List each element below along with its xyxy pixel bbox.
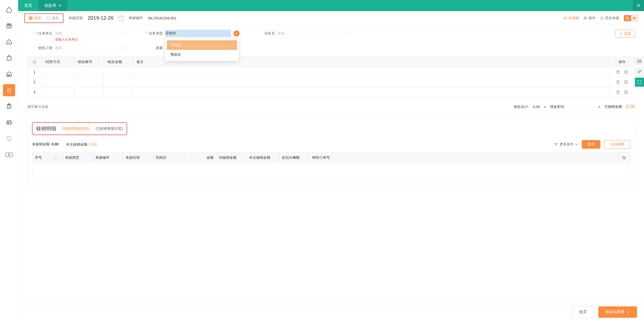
filter-icon	[554, 143, 558, 146]
svg-rect-14	[633, 17, 634, 18]
memo-input[interactable]	[27, 103, 108, 110]
dropdown-option-prepay[interactable]: 预收款	[167, 50, 237, 59]
query-button[interactable]: 查询	[582, 140, 600, 149]
dropdown-option-receivable[interactable]: 应收款	[167, 40, 237, 50]
salesperson-more-icon[interactable]: ···	[345, 31, 350, 36]
delete-icon[interactable]	[616, 70, 620, 74]
sidebar-contact[interactable]	[3, 116, 15, 129]
right-tools	[635, 56, 644, 87]
operation-button[interactable]: 操作	[583, 16, 596, 20]
cell-settle[interactable]	[42, 77, 74, 87]
salesperson-input[interactable]	[277, 30, 343, 37]
cell-settle[interactable]	[42, 87, 74, 97]
save-new-button[interactable]: 保存&新增	[598, 306, 637, 318]
history-button[interactable]: 历史单据	[600, 16, 619, 20]
auto-verify-button[interactable]: 自动核销	[604, 140, 630, 149]
sidebar-clipboard[interactable]	[3, 100, 15, 112]
inbox-icon	[637, 59, 642, 63]
sidebar-price-house[interactable]: $	[3, 36, 15, 48]
date-value[interactable]: 2019-12-26	[88, 15, 113, 21]
settings-button[interactable]: 设置	[615, 30, 635, 38]
salesperson-label: 业务员	[250, 31, 275, 36]
view-card-button[interactable]	[631, 15, 638, 21]
shortcut-button[interactable]: 快捷键	[563, 16, 579, 20]
cell-account[interactable]	[74, 87, 104, 97]
sidebar-bag[interactable]	[3, 52, 15, 64]
bottom-bar: 放弃 保存&新增	[18, 304, 644, 320]
tab-home[interactable]: 首页	[18, 0, 38, 11]
rt-link[interactable]	[635, 67, 644, 76]
sidebar-money[interactable]: ¥	[3, 84, 15, 96]
summary-row: 收款合计: 0.00 + 现金折扣: = 可核销金额 0.00	[27, 101, 635, 112]
partner-more-icon[interactable]: ···	[123, 31, 128, 36]
chevron-up-icon[interactable]	[233, 30, 240, 37]
sales-order-more-icon[interactable]: ···	[123, 46, 128, 50]
partner-input[interactable]	[55, 30, 121, 37]
unverified-label: 未核销金额:	[32, 142, 51, 146]
tab-receipt[interactable]: 收款单 ×	[38, 0, 67, 11]
cell-note[interactable]	[133, 87, 609, 97]
close-icon[interactable]: ×	[58, 3, 61, 8]
sales-order-input[interactable]	[55, 44, 121, 52]
vt-col-discount-share: 折扣分摊额	[279, 152, 310, 163]
row-index: 1	[27, 67, 42, 77]
vt-col-pending: 待核销金额	[216, 152, 247, 163]
sidebar-home[interactable]	[3, 4, 15, 16]
more-conditions-button[interactable]: 更多条件	[554, 142, 578, 147]
radio-receive[interactable]: 收款	[29, 16, 41, 20]
add-icon[interactable]	[624, 90, 628, 94]
view-list-button[interactable]	[624, 15, 631, 21]
vt-col-check[interactable]	[50, 152, 63, 163]
rt-inbox[interactable]	[635, 56, 644, 66]
table-row: 3	[27, 87, 635, 97]
cell-account[interactable]	[74, 77, 104, 87]
radio-refund[interactable]: 退款	[46, 16, 59, 20]
receipt-type-radio-group: 收款 退款	[24, 13, 64, 23]
gear-icon	[619, 32, 623, 36]
add-icon[interactable]	[624, 70, 628, 74]
close-panel-button[interactable]: ×	[633, 0, 644, 11]
svg-point-18	[620, 33, 621, 34]
money-bag-icon: ¥	[6, 87, 12, 93]
svg-rect-16	[633, 18, 634, 19]
svg-rect-12	[586, 18, 587, 19]
svg-rect-6	[7, 121, 11, 124]
home-icon	[6, 7, 12, 13]
col-gear[interactable]	[27, 57, 42, 67]
vt-col-doc-no: 单据编号	[93, 152, 123, 163]
vt-col-amount: 金额	[191, 152, 216, 163]
vt-col-due-date: 到期日	[153, 152, 191, 163]
svg-rect-11	[584, 18, 585, 19]
total-value: 0.00	[533, 105, 540, 109]
bag-icon	[6, 55, 12, 61]
verify-title: 核销明细	[36, 125, 56, 132]
calendar-icon[interactable]	[119, 16, 124, 21]
svg-text:$: $	[8, 41, 10, 44]
expand-icon	[637, 80, 642, 84]
sidebar-new[interactable]: 新	[3, 149, 15, 161]
cell-amount[interactable]	[104, 77, 133, 87]
sidebar: $ ¥ 新	[0, 0, 18, 320]
verify-tab-done[interactable]: 已核销单据(0笔)	[96, 126, 123, 131]
cell-account[interactable]	[74, 67, 104, 77]
discount-input[interactable]	[569, 106, 594, 107]
col-amount: *收款金额	[104, 57, 133, 67]
verify-tab-pending[interactable]: 待核销单据(0笔)	[62, 126, 90, 131]
cell-amount[interactable]	[104, 67, 133, 77]
biz-type-label: 业务类型	[138, 31, 163, 36]
sidebar-warehouse[interactable]	[3, 68, 15, 80]
total-label: 收款合计:	[514, 105, 529, 109]
cell-settle[interactable]	[42, 67, 74, 77]
delete-icon[interactable]	[616, 80, 620, 84]
sidebar-gift[interactable]	[3, 20, 15, 32]
col-action: 操作	[609, 57, 635, 67]
rt-expand[interactable]	[635, 78, 644, 87]
sidebar-sync[interactable]	[3, 133, 15, 145]
cell-note[interactable]	[133, 77, 609, 87]
discard-button[interactable]: 放弃	[572, 306, 594, 318]
cell-note[interactable]	[133, 67, 609, 77]
cell-amount[interactable]	[104, 87, 133, 97]
add-icon[interactable]	[624, 80, 628, 84]
delete-icon[interactable]	[616, 90, 620, 94]
biz-type-input[interactable]	[165, 30, 231, 37]
